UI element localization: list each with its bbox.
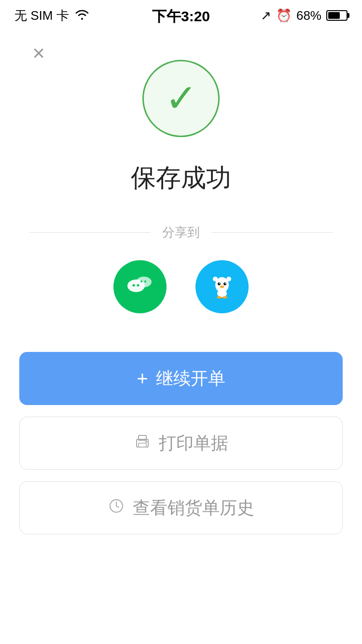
svg-point-16 [223,296,227,299]
share-icons [113,260,249,313]
svg-point-14 [226,277,231,281]
success-circle: ✓ [142,60,220,137]
share-label: 分享到 [151,224,211,241]
history-icon [108,497,125,519]
history-button-label: 查看销货单历史 [133,496,254,520]
svg-point-11 [220,286,224,288]
svg-point-2 [133,284,135,287]
svg-point-20 [145,441,147,443]
continue-button[interactable]: + 继续开单 [19,352,343,405]
print-button[interactable]: 打印单据 [19,417,343,470]
svg-point-10 [225,283,226,284]
print-icon [134,433,151,454]
history-button[interactable]: 查看销货单历史 [19,481,343,534]
svg-point-4 [140,280,142,282]
carrier-text: 无 SIM 卡 [14,7,69,24]
svg-point-3 [137,284,139,287]
alarm-icon: ⏰ [276,8,292,23]
svg-point-9 [219,283,220,284]
continue-button-label: 继续开单 [156,367,225,391]
close-button[interactable]: × [24,39,53,68]
success-title: 保存成功 [131,161,231,195]
battery-indicator [326,10,348,21]
location-icon: ↗ [261,8,271,23]
svg-point-15 [217,296,222,299]
main-content: ✓ 保存成功 分享到 [0,31,362,534]
qq-icon [208,272,237,301]
print-button-label: 打印单据 [159,432,228,455]
checkmark-icon: ✓ [165,79,197,118]
svg-point-13 [213,277,218,281]
close-icon: × [32,42,45,64]
status-left: 无 SIM 卡 [14,7,89,24]
status-right: ↗ ⏰ 68% [261,8,348,23]
status-time: 下午3:20 [152,7,210,27]
wechat-icon [125,271,155,302]
wechat-share-button[interactable] [113,260,167,313]
svg-rect-19 [139,443,146,447]
plus-icon: + [137,369,148,388]
divider-line-right [211,232,333,233]
divider-line-left [29,232,151,233]
battery-percent: 68% [296,8,321,23]
wifi-icon [75,8,89,23]
qq-share-button[interactable] [195,260,249,313]
svg-point-8 [223,282,226,285]
svg-point-5 [144,280,146,282]
action-buttons: + 继续开单 打印单据 查看销货单历史 [0,352,362,534]
svg-point-7 [218,282,221,285]
status-bar: 无 SIM 卡 下午3:20 ↗ ⏰ 68% [0,0,362,31]
share-divider: 分享到 [0,224,362,241]
